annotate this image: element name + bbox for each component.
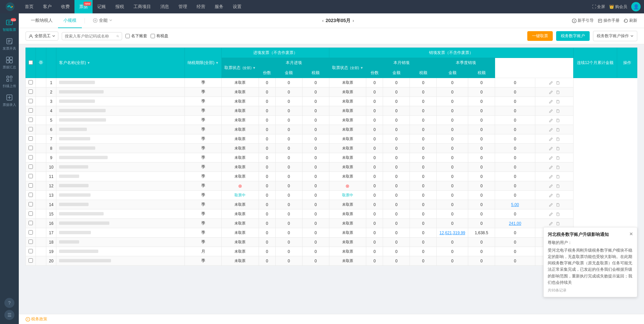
- edit-icon[interactable]: [549, 90, 553, 94]
- digital-dropdown-button[interactable]: 税务数字账户操作: [593, 31, 637, 41]
- copy-icon[interactable]: [555, 193, 560, 198]
- sidebar-item-smart-ticket[interactable]: new 智能取票: [0, 16, 19, 35]
- row-checkbox[interactable]: [29, 165, 33, 169]
- edit-icon[interactable]: [549, 202, 553, 207]
- cumulative-link[interactable]: 5.00: [511, 202, 519, 207]
- member-btn[interactable]: 👑 购会员: [609, 4, 627, 10]
- sidebar-item-summary[interactable]: 票据汇总: [0, 54, 19, 72]
- refresh-link[interactable]: 刷新: [624, 18, 637, 23]
- app-logo[interactable]: [3, 0, 17, 13]
- nav-billing[interactable]: 收费: [56, 0, 74, 13]
- edit-icon[interactable]: [549, 127, 553, 132]
- row-checkbox[interactable]: [29, 155, 33, 159]
- row-checkbox[interactable]: [29, 99, 33, 103]
- digital-account-button[interactable]: 税务数字账户: [556, 31, 590, 41]
- policy-link[interactable]: 税务政策: [25, 316, 47, 322]
- copy-icon[interactable]: [555, 202, 560, 207]
- row-checkbox[interactable]: [29, 240, 33, 244]
- quota-filter-icon[interactable]: ▼: [215, 61, 219, 65]
- next-period-button[interactable]: ›: [353, 18, 354, 23]
- row-checkbox[interactable]: [29, 221, 33, 225]
- nav-client[interactable]: 客户: [38, 0, 56, 13]
- help-button[interactable]: ?: [4, 298, 14, 308]
- edit-icon[interactable]: [549, 184, 553, 188]
- nav-home[interactable]: 首页: [20, 0, 38, 13]
- copy-icon[interactable]: [555, 90, 560, 94]
- tab-small-scale[interactable]: 小规模: [58, 13, 82, 28]
- row-checkbox[interactable]: [29, 118, 33, 122]
- user-avatar[interactable]: 👤: [631, 2, 641, 11]
- nav-service[interactable]: 服务: [210, 0, 228, 13]
- prev-period-button[interactable]: ‹: [322, 18, 324, 23]
- tax-disk-filter-checkbox[interactable]: 有税盘: [151, 33, 168, 39]
- row-checkbox[interactable]: [29, 108, 33, 113]
- edit-icon[interactable]: [549, 212, 553, 216]
- fullscreen-btn[interactable]: ⛶ 全屏: [592, 4, 605, 10]
- edit-icon[interactable]: [549, 165, 553, 170]
- nav-tax[interactable]: 报税: [111, 0, 129, 13]
- row-checkbox[interactable]: [29, 249, 33, 253]
- nav-settings[interactable]: 设置: [228, 0, 246, 13]
- account-checkbox-input[interactable]: [125, 34, 130, 38]
- edit-icon[interactable]: [549, 221, 553, 226]
- account-filter-checkbox[interactable]: 名下账套: [125, 33, 147, 39]
- edit-icon[interactable]: [549, 137, 553, 141]
- row-checkbox[interactable]: [29, 89, 33, 94]
- row-checkbox[interactable]: [29, 211, 33, 216]
- nav-business[interactable]: 工商项目: [129, 0, 156, 13]
- row-checkbox[interactable]: [29, 202, 33, 206]
- edit-icon[interactable]: [549, 109, 553, 113]
- nav-invoice[interactable]: 票据new: [74, 0, 93, 13]
- row-checkbox[interactable]: [29, 80, 33, 84]
- edit-icon[interactable]: [549, 99, 553, 104]
- sidebar-item-invoice-open[interactable]: 发票开具: [0, 35, 19, 54]
- row-checkbox[interactable]: [29, 174, 33, 178]
- copy-icon[interactable]: [555, 137, 560, 141]
- row-checkbox[interactable]: [29, 230, 33, 235]
- nav-accounting[interactable]: 记账: [93, 0, 111, 13]
- copy-icon[interactable]: [555, 184, 560, 188]
- tab-all-capable[interactable]: 全能: [88, 13, 118, 28]
- row-checkbox[interactable]: [29, 193, 33, 197]
- row-checkbox[interactable]: [29, 183, 33, 188]
- select-all-checkbox[interactable]: [29, 60, 33, 65]
- search-input[interactable]: [65, 34, 115, 39]
- edit-icon[interactable]: [549, 146, 553, 151]
- edit-icon[interactable]: [549, 193, 553, 198]
- popup-close-button[interactable]: ✕: [629, 232, 633, 238]
- nav-operation[interactable]: 经营: [192, 0, 210, 13]
- season-amount-link[interactable]: 12,621,319.99: [439, 231, 465, 235]
- row-checkbox[interactable]: [29, 136, 33, 141]
- name-filter-icon[interactable]: ▼: [87, 61, 90, 65]
- copy-icon[interactable]: [555, 127, 560, 132]
- sidebar-item-entry[interactable]: 票据录入: [0, 91, 19, 110]
- search-icon[interactable]: [116, 34, 119, 39]
- copy-icon[interactable]: [555, 155, 560, 160]
- edit-icon[interactable]: [549, 80, 553, 85]
- tab-general-taxpayer[interactable]: 一般纳税人: [25, 13, 58, 28]
- one-key-fetch-button[interactable]: 一键取票: [527, 31, 553, 41]
- copy-icon[interactable]: [555, 212, 560, 216]
- copy-icon[interactable]: [555, 99, 560, 104]
- edit-icon[interactable]: [549, 174, 553, 179]
- row-checkbox[interactable]: [29, 146, 33, 150]
- edit-icon[interactable]: [549, 155, 553, 160]
- row-checkbox[interactable]: [29, 127, 33, 131]
- row-checkbox[interactable]: [29, 258, 33, 263]
- menu-button[interactable]: ☰: [4, 310, 14, 320]
- settings-icon[interactable]: [39, 60, 43, 65]
- nav-manage[interactable]: 管理: [174, 0, 192, 13]
- tax-disk-checkbox-input[interactable]: [151, 34, 155, 38]
- copy-icon[interactable]: [555, 118, 560, 123]
- out-status-filter-icon[interactable]: ▼: [360, 66, 363, 70]
- copy-icon[interactable]: [555, 109, 560, 113]
- staff-select[interactable]: 全部员工: [25, 31, 58, 41]
- copy-icon[interactable]: [555, 146, 560, 151]
- copy-icon[interactable]: [555, 80, 560, 85]
- copy-icon[interactable]: [555, 165, 560, 170]
- cumulative-link[interactable]: 241.00: [509, 221, 521, 226]
- sidebar-item-scan[interactable]: 扫描上传: [0, 72, 19, 91]
- edit-icon[interactable]: [549, 118, 553, 123]
- nav-message[interactable]: 消息: [156, 0, 174, 13]
- new-guide-link[interactable]: 新手引导: [572, 18, 594, 23]
